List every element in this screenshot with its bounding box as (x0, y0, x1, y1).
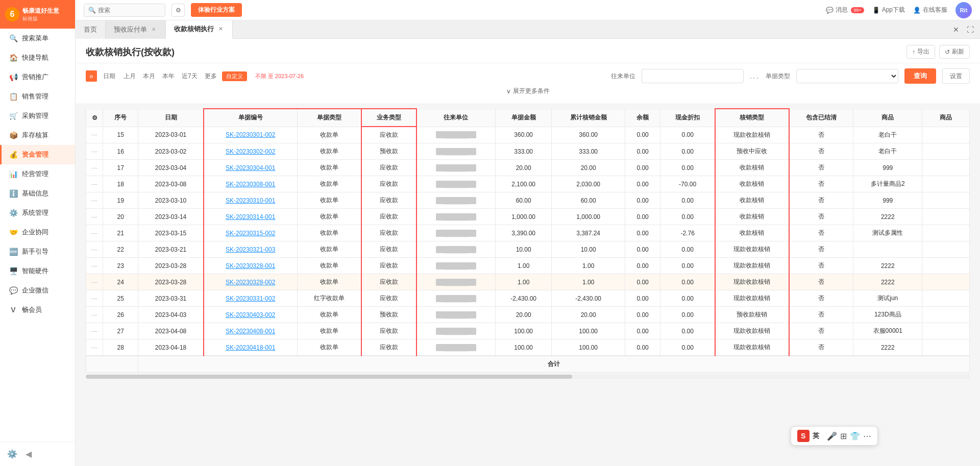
td-cash-discount: -70.00 (660, 176, 715, 192)
solution-button[interactable]: 体验行业方案 (191, 3, 242, 17)
user-avatar[interactable]: Rit (955, 2, 972, 18)
tab-advance-payment[interactable]: 预收应付单 ✕ (106, 20, 166, 39)
counterparty-input[interactable] (642, 69, 744, 83)
filter-expand-button[interactable]: » (86, 70, 97, 82)
voucher-no-link[interactable]: SK-20230314-001 (226, 213, 275, 220)
td-product: 123D商品 (853, 307, 922, 323)
voucher-type-select[interactable] (796, 69, 898, 83)
sidebar-item-system[interactable]: ⚙️ 系统管理 (0, 203, 75, 223)
table-row[interactable]: — 20 2023-03-14 SK-20230314-001 收款单 应收款 … (86, 209, 970, 225)
td-biz-type: 应收款 (361, 225, 416, 241)
date-more[interactable]: 更多 (203, 71, 219, 82)
setting-button[interactable]: 设置 (942, 68, 970, 84)
td-product2 (922, 323, 970, 339)
voucher-no-link[interactable]: SK-20230408-001 (226, 328, 275, 335)
date-last-month[interactable]: 上月 (121, 71, 138, 82)
td-include-settled: 否 (789, 290, 853, 307)
table-row[interactable]: — 27 2023-04-08 SK-20230408-001 收款单 应收款 … (86, 323, 970, 339)
date-this-year[interactable]: 本年 (160, 71, 177, 82)
sidebar-item-member[interactable]: V 畅会员 (0, 300, 75, 320)
voucher-no-link[interactable]: SK-20230315-002 (226, 230, 275, 237)
sidebar-item-guide[interactable]: 🆕 新手引导 (0, 242, 75, 261)
tab-receipt-writeoff[interactable]: 收款核销执行 ✕ (166, 20, 233, 39)
table-row[interactable]: — 16 2023-03-02 SK-20230302-002 收款单 预收款 … (86, 143, 970, 160)
table-row[interactable]: — 28 2023-04-18 SK-20230418-001 收款单 应收款 … (86, 339, 970, 356)
td-amount: 20.00 (495, 307, 552, 323)
td-no: 21 (103, 225, 138, 241)
voucher-no-link[interactable]: SK-20230310-001 (226, 197, 275, 204)
td-writeoff-type: 现款收款核销 (715, 127, 789, 143)
voucher-no-link[interactable]: SK-20230328-002 (226, 279, 275, 286)
expand-more-conditions[interactable]: ∨ 展开更多条件 (86, 84, 970, 99)
sidebar-item-inventory[interactable]: 📦 库存核算 (0, 126, 75, 145)
td-amount: 20.00 (495, 160, 552, 176)
td-biz-type: 预收款 (361, 143, 416, 160)
horizontal-scrollbar[interactable] (86, 375, 970, 379)
query-button[interactable]: 查询 (904, 68, 936, 84)
sidebar-item-wechat[interactable]: 💬 企业微信 (0, 281, 75, 300)
gear-button[interactable]: ⚙ (172, 4, 185, 17)
online-service-button[interactable]: 👤 在线客服 (913, 6, 947, 14)
voucher-no-link[interactable]: SK-20230331-002 (226, 295, 275, 302)
search-input[interactable] (98, 7, 161, 14)
sidebar-item-company[interactable]: 🤝 企业协同 (0, 223, 75, 242)
th-gear[interactable]: ⚙ (86, 109, 103, 127)
date-this-month[interactable]: 本月 (141, 71, 157, 82)
home-icon: 🏠 (9, 53, 18, 62)
voucher-no-link[interactable]: SK-20230328-001 (226, 262, 275, 269)
sidebar-item-hardware[interactable]: 🖥️ 智能硬件 (0, 261, 75, 281)
sidebar-item-quick-nav[interactable]: 🏠 快捷导航 (0, 48, 75, 67)
td-include-settled: 否 (789, 192, 853, 209)
microphone-icon[interactable]: 🎤 (827, 431, 837, 441)
table-row[interactable]: — 23 2023-03-28 SK-20230328-001 收款单 应收款 … (86, 258, 970, 274)
td-date: 2023-04-08 (138, 323, 204, 339)
more-icon[interactable]: ⋯ (863, 431, 871, 441)
table-row[interactable]: — 21 2023-03-15 SK-20230315-002 收款单 应收款 … (86, 225, 970, 241)
sidebar-item-operations[interactable]: 📊 经营管理 (0, 164, 75, 184)
sidebar-item-search[interactable]: 🔍 搜索菜单 (0, 29, 75, 48)
table-row[interactable]: — 22 2023-03-21 SK-20230321-003 收款单 应收款 … (86, 241, 970, 258)
voucher-no-link[interactable]: SK-20230302-002 (226, 148, 275, 155)
maximize-tab-button[interactable]: ⛶ (965, 24, 976, 35)
td-amount: 60.00 (495, 192, 552, 209)
voucher-no-link[interactable]: SK-20230304-001 (226, 164, 275, 171)
table-row[interactable]: — 26 2023-04-03 SK-20230403-002 收款单 预收款 … (86, 307, 970, 323)
settings-bottom-icon[interactable]: ⚙️ (7, 449, 17, 459)
collapse-icon[interactable]: ◀ (26, 449, 32, 459)
voucher-no-link[interactable]: SK-20230418-001 (226, 344, 275, 351)
table-row[interactable]: — 19 2023-03-10 SK-20230310-001 收款单 应收款 … (86, 192, 970, 209)
voucher-no-link[interactable]: SK-20230308-001 (226, 181, 275, 188)
export-button[interactable]: ↑ 导出 (906, 45, 935, 59)
refresh-button[interactable]: ↺ 刷新 (939, 45, 970, 59)
th-balance: 余额 (625, 109, 660, 127)
td-voucher-type: 收款单 (297, 143, 361, 160)
close-tab-button[interactable]: ✕ (950, 24, 962, 35)
grid-icon[interactable]: ⊞ (840, 431, 847, 441)
tab-home[interactable]: 首页 (76, 20, 106, 39)
sidebar-item-purchase[interactable]: 🛒 采购管理 (0, 106, 75, 126)
td-no: 27 (103, 323, 138, 339)
table-row[interactable]: — 15 2023-03-01 SK-20230301-002 收款单 应收款 … (86, 127, 970, 143)
table-row[interactable]: — 25 2023-03-31 SK-20230331-002 红字收款单 应收… (86, 290, 970, 307)
date-7days[interactable]: 近7天 (180, 71, 200, 82)
table-row[interactable]: — 18 2023-03-08 SK-20230308-001 收款单 应收款 … (86, 176, 970, 192)
sidebar-item-finance[interactable]: 💰 资金管理 (0, 145, 75, 164)
voucher-no-link[interactable]: SK-20230403-002 (226, 311, 275, 318)
date-custom-btn[interactable]: 自定义 (222, 71, 247, 81)
td-product (853, 241, 922, 258)
voucher-no-link[interactable]: SK-20230301-002 (226, 131, 275, 138)
topbar-search-box[interactable]: 🔍 (84, 4, 165, 17)
sidebar-item-marketing[interactable]: 📢 营销推广 (0, 67, 75, 87)
table-row[interactable]: — 24 2023-03-28 SK-20230328-002 收款单 应收款 … (86, 274, 970, 290)
close-receipt-writeoff-tab[interactable]: ✕ (217, 26, 224, 33)
close-advance-payment-tab[interactable]: ✕ (150, 26, 157, 33)
voucher-no-link[interactable]: SK-20230321-003 (226, 246, 275, 253)
sidebar-item-basic[interactable]: ℹ️ 基础信息 (0, 184, 75, 203)
filter-more-dots[interactable]: ... (750, 71, 760, 81)
sidebar-item-sales[interactable]: 📋 销售管理 (0, 87, 75, 106)
td-writeoff-amount: 20.00 (552, 307, 625, 323)
shirt-icon[interactable]: 👕 (850, 431, 860, 441)
app-download-button[interactable]: 📱 App下载 (872, 6, 905, 14)
messages-button[interactable]: 💬 消息 99+ (826, 6, 864, 14)
table-row[interactable]: — 17 2023-03-04 SK-20230304-001 收款单 应收款 … (86, 160, 970, 176)
